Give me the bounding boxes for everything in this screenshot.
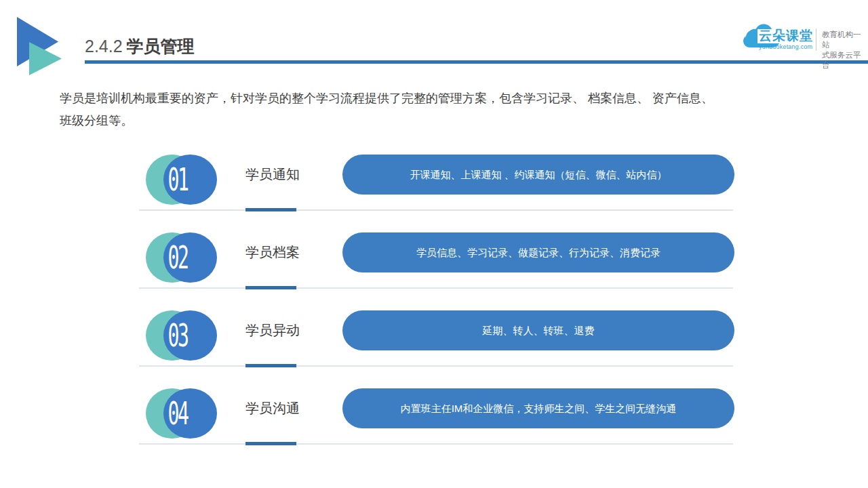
title-underline xyxy=(85,60,868,64)
badge-number: 04 xyxy=(167,396,188,430)
brand-domain: yunduoketang.com xyxy=(759,43,812,50)
page-title-text: 学员管理 xyxy=(127,37,195,56)
intro-paragraph: 学员是培训机构最重要的资产，针对学员的整个学习流程提供了完整的管理方案，包含学习… xyxy=(60,87,826,132)
feature-row-archive: 02 学员档案 学员信息、学习记录、做题记录、行为记录、消费记录 xyxy=(0,232,868,310)
brand-tagline-line1: 教育机构一站 xyxy=(822,30,868,50)
feature-row-notice: 01 学员通知 开课通知、上课通知 、约课通知（短信、微信、站内信） xyxy=(0,155,868,232)
row-divider-accent xyxy=(245,208,296,211)
feature-label: 学员沟通 xyxy=(239,388,307,428)
row-divider-accent xyxy=(245,442,296,445)
page-title: 2.4.2学员管理 xyxy=(85,35,195,58)
logo-divider xyxy=(816,28,816,51)
row-divider-accent xyxy=(245,364,296,367)
row-divider xyxy=(139,443,733,445)
feature-row-communication: 04 学员沟通 内置班主任IM和企业微信，支持师生之间、学生之间无缝沟通 xyxy=(0,388,868,466)
row-divider xyxy=(139,287,733,289)
brand-tagline: 教育机构一站 式服务云平台 xyxy=(822,30,868,70)
row-divider xyxy=(139,365,733,367)
badge-number: 03 xyxy=(167,319,188,352)
feature-pill: 延期、转人、转班、退费 xyxy=(342,310,734,350)
row-divider xyxy=(139,209,733,211)
brand-tagline-line2: 式服务云平台 xyxy=(822,50,868,70)
badge-number: 01 xyxy=(167,163,188,197)
feature-label: 学员通知 xyxy=(239,155,307,195)
feature-pill: 开课通知、上课通知 、约课通知（短信、微信、站内信） xyxy=(342,155,734,195)
brand-logo: 云朵课堂 yunduoketang.com 教育机构一站 式服务云平台 xyxy=(743,19,868,56)
intro-line-2: 班级分组等。 xyxy=(60,110,826,132)
section-number: 2.4.2 xyxy=(85,37,123,56)
feature-label: 学员档案 xyxy=(239,232,307,272)
row-divider-accent xyxy=(245,286,296,289)
feature-row-change: 03 学员异动 延期、转人、转班、退费 xyxy=(0,310,868,388)
feature-pill: 内置班主任IM和企业微信，支持师生之间、学生之间无缝沟通 xyxy=(342,388,734,428)
badge-number: 02 xyxy=(167,241,188,274)
feature-pill: 学员信息、学习记录、做题记录、行为记录、消费记录 xyxy=(342,232,734,272)
intro-line-1: 学员是培训机构最重要的资产，针对学员的整个学习流程提供了完整的管理方案，包含学习… xyxy=(60,87,826,110)
brand-name: 云朵课堂 xyxy=(757,29,814,43)
feature-label: 学员异动 xyxy=(239,310,307,350)
